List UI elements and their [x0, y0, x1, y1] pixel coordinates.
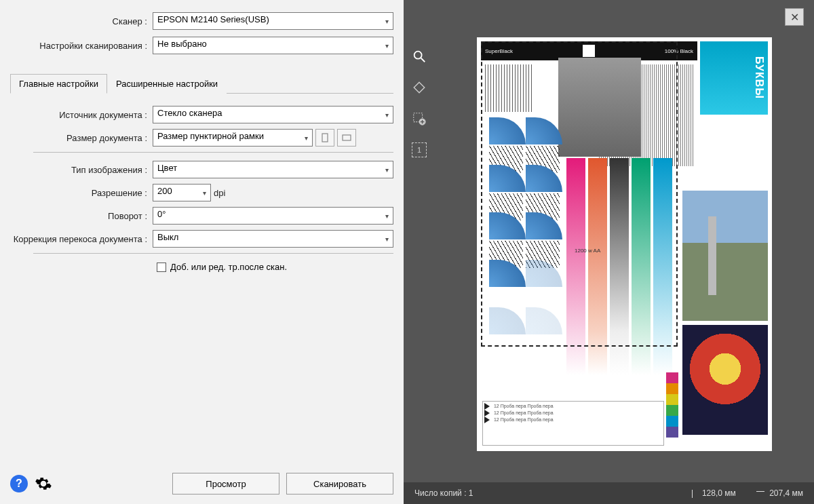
zoom-tool-button[interactable] — [409, 46, 429, 66]
settings-panel: Сканер : EPSON M2140 Series(USB) ▾ Настр… — [0, 0, 404, 504]
document-size-select[interactable]: Размер пунктирной рамки ▾ — [153, 129, 313, 147]
preview-panel: ✕ 1 SuperBlack 100% Black БУКВЫ — [404, 0, 814, 504]
copies-label: Число копий : — [414, 488, 466, 498]
svg-line-3 — [421, 58, 425, 62]
rotation-label: Поворот : — [10, 211, 153, 221]
image-type-label: Тип изображения : — [10, 165, 153, 175]
svg-point-2 — [414, 52, 422, 59]
preview-toolbar: 1 — [404, 0, 435, 482]
arrow-right-icon — [484, 410, 490, 416]
proba-text: 12 Проба пера Проба пера — [494, 404, 554, 408]
deskew-select[interactable]: Выкл ▾ — [153, 230, 393, 248]
arrow-right-icon — [484, 403, 490, 410]
scan-settings-select[interactable]: Не выбрано ▾ — [153, 37, 393, 54]
document-source-select[interactable]: Стекло сканера ▾ — [153, 106, 393, 123]
add-edit-after-scan-checkbox[interactable] — [157, 263, 166, 272]
rotation-select[interactable]: 0° ▾ — [153, 207, 393, 225]
orientation-landscape-button[interactable] — [337, 129, 356, 147]
bukvy-banner: БУКВЫ — [700, 41, 768, 115]
chevron-down-icon: ▾ — [385, 212, 389, 220]
width-icon — [692, 490, 697, 498]
help-button[interactable]: ? — [10, 475, 28, 492]
preview-page[interactable]: SuperBlack 100% Black БУКВЫ — [477, 37, 772, 451]
color-swatch-strip — [666, 372, 678, 438]
scan-button[interactable]: Сканировать — [286, 473, 393, 495]
thumbnail-indicator[interactable]: 1 — [409, 140, 429, 160]
svg-rect-1 — [343, 135, 351, 140]
scan-settings-label: Настройки сканирования : — [10, 41, 153, 51]
chevron-down-icon: ▾ — [305, 134, 308, 142]
tab-main-settings[interactable]: Главные настройки — [10, 74, 107, 94]
page-count-icon: 1 — [412, 142, 427, 157]
preview-photo-portrait — [682, 325, 768, 435]
image-type-value: Цвет — [157, 163, 177, 173]
document-source-label: Источник документа : — [10, 110, 153, 120]
chevron-down-icon: ▾ — [385, 235, 389, 243]
orientation-portrait-button[interactable] — [315, 129, 334, 147]
chevron-down-icon: ▾ — [203, 189, 206, 197]
proba-pera-block: 12 Проба пера Проба пера 12 Проба пера П… — [482, 401, 664, 446]
arrow-right-icon — [484, 416, 490, 423]
scanner-value: EPSON M2140 Series(USB) — [157, 14, 269, 24]
chevron-down-icon: ▾ — [385, 111, 389, 119]
proba-text: 12 Проба пера Проба пера — [494, 417, 554, 422]
selection-height: 207,4 мм — [769, 488, 803, 498]
scanner-label: Сканер : — [10, 16, 153, 26]
chevron-down-icon: ▾ — [385, 166, 389, 174]
settings-gear-button[interactable] — [35, 475, 52, 492]
magnifier-icon — [412, 49, 427, 64]
preview-button[interactable]: Просмотр — [172, 473, 279, 495]
deskew-value: Выкл — [157, 232, 178, 242]
deskew-label: Коррекция перекоса документа : — [10, 234, 153, 244]
scan-settings-value: Не выбрано — [157, 39, 207, 49]
rotate-tool-button[interactable] — [409, 77, 429, 98]
resolution-label: Разрешение : — [10, 188, 153, 198]
tab-advanced-settings[interactable]: Расширенные настройки — [107, 74, 227, 94]
selection-marquee[interactable] — [481, 41, 678, 347]
proba-text: 12 Проба пера Проба пера — [494, 410, 554, 415]
scanner-select[interactable]: EPSON M2140 Series(USB) ▾ — [153, 12, 393, 30]
marquee-plus-icon — [412, 111, 427, 126]
height-icon — [756, 491, 764, 497]
copies-value: 1 — [469, 488, 473, 498]
add-edit-after-scan-label: Доб. или ред. тр.после скан. — [170, 262, 287, 272]
gear-icon — [35, 475, 52, 492]
preview-photo-industrial — [682, 191, 768, 321]
document-source-value: Стекло сканера — [157, 108, 222, 118]
svg-rect-4 — [414, 82, 425, 93]
chevron-down-icon: ▾ — [385, 18, 389, 25]
resolution-select[interactable]: 200 ▾ — [153, 184, 211, 201]
chevron-down-icon: ▾ — [385, 42, 389, 50]
document-size-value: Размер пунктирной рамки — [157, 131, 264, 141]
selection-width: 128,0 мм — [702, 488, 736, 498]
marquee-add-button[interactable] — [409, 109, 429, 129]
rotate-icon — [412, 80, 427, 95]
preview-status-bar: Число копий : 1 128,0 мм 207,4 мм — [404, 482, 814, 504]
svg-rect-0 — [322, 134, 328, 142]
resolution-value: 200 — [157, 186, 172, 196]
image-type-select[interactable]: Цвет ▾ — [153, 161, 393, 178]
tab-bar: Главные настройки Расширенные настройки — [10, 73, 393, 94]
document-size-label: Размер документа : — [10, 133, 153, 143]
rotation-value: 0° — [157, 209, 166, 219]
resolution-unit: dpi — [214, 188, 225, 198]
